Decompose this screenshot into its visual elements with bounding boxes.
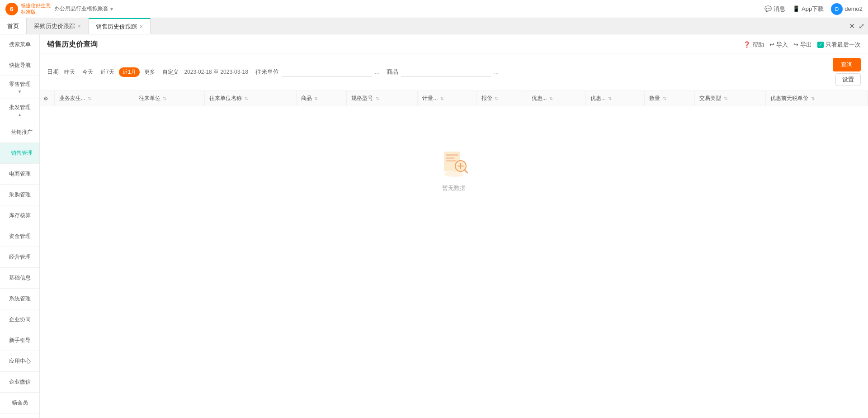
th-pretax-price[interactable]: 优惠前无税单价 ⇅: [766, 91, 868, 106]
th-unit[interactable]: 计量... ⇅: [418, 91, 476, 106]
tab-sales-history[interactable]: 销售历史价跟踪 ×: [89, 18, 151, 34]
date-range-text: 2023-02-18 至 2023-03-18: [184, 69, 248, 75]
goods-filter-group: 商品 ...: [387, 67, 499, 77]
app-download-icon: 📱: [793, 5, 800, 12]
top-bar: 6 畅捷信好生意 标准版 办公用品行业模拟账套 ▾ 💬 消息 📱 App下载 D…: [0, 0, 868, 18]
sidebar-item-enterprise-wechat[interactable]: 企业微信: [0, 372, 39, 393]
th-discount1-label: 优惠...: [532, 95, 547, 101]
help-button[interactable]: ❓ 帮助: [743, 41, 764, 49]
tab-purchase-history[interactable]: 采购历史价跟踪 ×: [27, 18, 89, 34]
message-button[interactable]: 💬 消息: [764, 5, 785, 13]
from-unit-filter-group: 往来单位 ...: [255, 67, 379, 77]
goods-label: 商品: [387, 68, 398, 76]
date-btn-more[interactable]: 更多: [142, 67, 158, 77]
th-settings[interactable]: ⚙: [40, 91, 54, 106]
th-spec[interactable]: 规格型号 ⇅: [347, 91, 418, 106]
breadcrumb-dropdown-icon[interactable]: ▾: [110, 6, 113, 12]
sort-arrows-trade-type: ⇅: [724, 96, 727, 101]
date-btn-1month[interactable]: 近1月: [119, 67, 140, 77]
tab-home[interactable]: 首页: [0, 18, 27, 34]
tab-sales-history-close[interactable]: ×: [140, 24, 143, 30]
sidebar-item-search-menu[interactable]: 搜索菜单: [0, 34, 39, 55]
top-bar-right: 💬 消息 📱 App下载 D demo2: [764, 3, 863, 15]
sidebar-item-quick-nav[interactable]: 快捷导航: [0, 55, 39, 76]
date-btn-custom[interactable]: 自定义: [160, 67, 181, 77]
import-icon: ↩: [769, 41, 774, 48]
username-label: demo2: [844, 5, 863, 12]
beginner-guide-label: 新手引导: [9, 337, 31, 344]
date-btn-7days[interactable]: 近7天: [98, 67, 117, 77]
th-discount1[interactable]: 优惠... ⇅: [527, 91, 585, 106]
sidebar-item-beginner-guide[interactable]: 新手引导: [0, 330, 39, 351]
from-unit-label: 往来单位: [255, 68, 279, 76]
sidebar-item-sales-mgmt[interactable]: 销售管理: [0, 143, 39, 164]
sidebar-item-app-center[interactable]: 应用中心: [0, 351, 39, 372]
enterprise-collab-label: 企业协同: [9, 316, 31, 323]
th-discount2-label: 优惠...: [590, 95, 606, 101]
sort-arrows-goods: ⇅: [314, 96, 318, 101]
ecommerce-mgmt-label: 电商管理: [9, 170, 31, 178]
th-partner-name[interactable]: 往来单位名称 ⇅: [205, 91, 297, 106]
th-discount2[interactable]: 优惠... ⇅: [585, 91, 644, 106]
query-button[interactable]: 查询: [833, 58, 861, 71]
from-unit-input[interactable]: [282, 67, 372, 77]
date-btn-yesterday[interactable]: 昨天: [61, 67, 78, 77]
query-btn-area: 查询 设置: [833, 58, 861, 86]
purchase-mgmt-label: 采购管理: [9, 191, 31, 199]
sort-arrows-biz-date: ⇅: [88, 96, 91, 101]
logo-icon: 6: [5, 3, 18, 15]
th-quantity[interactable]: 数量 ⇅: [645, 91, 695, 106]
import-button[interactable]: ↩ 导入: [769, 41, 788, 49]
sidebar-item-retail-mgmt[interactable]: 零售管理 ▼: [0, 76, 39, 99]
avatar-initials: D: [835, 6, 839, 12]
th-quoted-price[interactable]: 报价 ⇅: [476, 91, 527, 106]
tab-purchase-history-close[interactable]: ×: [78, 23, 81, 29]
empty-state-icon: [436, 142, 472, 179]
empty-state-row: 暂无数据: [40, 106, 868, 229]
only-last-label: 只看最后一次: [826, 41, 861, 49]
date-range-display: 2023-02-18 至 2023-03-18: [184, 68, 248, 76]
page-title: 销售历史价查询: [47, 40, 98, 49]
breadcrumb-text: 办公用品行业模拟账套: [54, 5, 108, 13]
breadcrumb-area: 办公用品行业模拟账套 ▾: [54, 5, 113, 13]
app-download-button[interactable]: 📱 App下载: [793, 5, 824, 13]
sidebar-item-finance-mgmt[interactable]: 资金管理: [0, 226, 39, 247]
th-partner-label: 往来单位: [139, 95, 160, 101]
svg-rect-3: [446, 157, 455, 159]
sidebar-item-ops-mgmt[interactable]: 经营管理: [0, 247, 39, 268]
th-spec-label: 规格型号: [351, 95, 373, 101]
search-menu-label: 搜索菜单: [9, 41, 31, 48]
tab-close-all-button[interactable]: ✕: [849, 22, 855, 30]
only-last-checkbox[interactable]: ✓ 只看最后一次: [817, 41, 861, 49]
sidebar-item-enterprise-collab[interactable]: 企业协同: [0, 309, 39, 330]
sidebar-item-inventory[interactable]: 库存核算: [0, 205, 39, 226]
date-btn-today[interactable]: 今天: [80, 67, 96, 77]
th-goods[interactable]: 商品 ⇅: [297, 91, 347, 106]
th-partner[interactable]: 往来单位 ⇅: [134, 91, 205, 106]
import-label: 导入: [776, 41, 788, 49]
th-biz-date-label: 业务发生...: [59, 95, 85, 101]
inventory-label: 库存核算: [9, 212, 31, 219]
user-avatar-button[interactable]: D demo2: [831, 3, 863, 15]
th-trade-type-label: 交易类型: [699, 95, 721, 101]
sidebar-item-sys-mgmt[interactable]: 系统管理: [0, 289, 39, 309]
app-center-label: 应用中心: [9, 357, 31, 365]
settings-button[interactable]: 设置: [835, 73, 861, 86]
sidebar-item-member[interactable]: 畅会员: [0, 393, 39, 413]
main-layout: 搜索菜单 快捷导航 零售管理 ▼ 批发管理 ▲ 营销推广 销售管理 电商管理 采…: [0, 34, 868, 418]
tab-expand-button[interactable]: ⤢: [859, 22, 864, 30]
sidebar-item-basic-info[interactable]: 基础信息: [0, 268, 39, 289]
export-button[interactable]: ↪ 导出: [793, 41, 812, 49]
sidebar-item-purchase-mgmt[interactable]: 采购管理: [0, 185, 39, 205]
app-download-label: App下载: [802, 5, 824, 13]
goods-input[interactable]: [401, 67, 491, 77]
sidebar-item-marketing[interactable]: 营销推广: [0, 122, 39, 143]
svg-point-0: [444, 171, 464, 177]
sort-arrows-pretax-price: ⇅: [811, 96, 815, 101]
sort-arrows-unit: ⇅: [440, 96, 444, 101]
th-trade-type[interactable]: 交易类型 ⇅: [695, 91, 766, 106]
sidebar-item-ecommerce-mgmt[interactable]: 电商管理: [0, 164, 39, 185]
sidebar-item-wholesale-mgmt[interactable]: 批发管理 ▲: [0, 99, 39, 122]
th-biz-date[interactable]: 业务发生... ⇅: [54, 91, 134, 106]
sort-arrows-quantity: ⇅: [663, 96, 666, 101]
